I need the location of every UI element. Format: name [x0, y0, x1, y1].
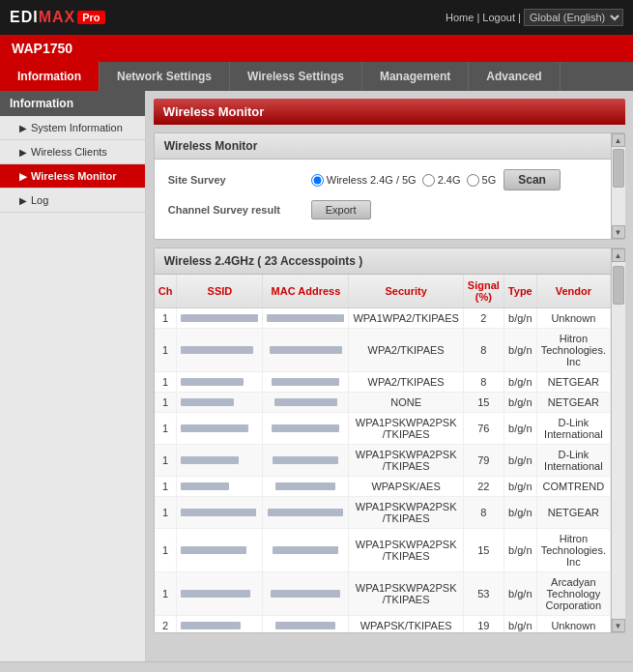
tab-network-settings[interactable]: Network Settings [100, 62, 230, 91]
arrow-icon: ▶ [19, 123, 27, 133]
table-row: 1WPA2/TKIPAES8b/g/nNETGEAR [155, 372, 611, 393]
cell-ssid [177, 308, 263, 329]
col-signal: Signal(%) [463, 275, 504, 308]
sidebar-item-wireless-monitor[interactable]: ▶ Wireless Monitor [0, 164, 145, 189]
cell-type: b/g/n [504, 529, 536, 572]
cell-type: b/g/n [504, 372, 536, 393]
nav-tabs: Information Network Settings Wireless Se… [0, 62, 633, 91]
col-vendor: Vendor [536, 275, 610, 308]
cell-type: b/g/n [504, 329, 536, 372]
section-inner-title: Wireless Monitor [155, 133, 611, 160]
home-link[interactable]: Home [446, 12, 474, 23]
form-controls: Wireless 2.4G / 5G 2.4G 5G Scan [311, 169, 561, 190]
cell-vendor: Hitron Technologies. Inc [536, 329, 610, 372]
cell-signal: 79 [463, 445, 504, 477]
cell-signal: 15 [463, 393, 504, 413]
logo: EDIMAX Pro [10, 9, 105, 26]
cell-vendor: NETGEAR [536, 372, 610, 393]
cell-ssid [177, 529, 263, 572]
cell-ch: 1 [155, 372, 177, 393]
col-type: Type [504, 275, 536, 308]
cell-mac [263, 529, 349, 572]
radio-24g-input[interactable] [422, 174, 435, 187]
table-scrollbar: ▲ ▼ [611, 248, 624, 632]
cell-ssid [177, 477, 263, 497]
cell-ssid [177, 572, 263, 616]
cell-signal: 19 [463, 616, 504, 633]
cell-type: b/g/n [504, 413, 536, 445]
radio-group: Wireless 2.4G / 5G 2.4G 5G [311, 174, 496, 187]
radio-both[interactable]: Wireless 2.4G / 5G [311, 174, 417, 187]
scrollbar-track [612, 147, 625, 225]
scan-button[interactable]: Scan [504, 169, 561, 190]
cell-vendor: Unknown [536, 616, 610, 633]
scrollbar-thumb[interactable] [613, 149, 624, 188]
cell-signal: 8 [463, 372, 504, 393]
cell-type: b/g/n [504, 445, 536, 477]
sidebar-item-log[interactable]: ▶ Log [0, 189, 145, 213]
access-points-table: Ch SSID MAC Address Security Signal(%) T… [155, 275, 611, 632]
tab-advanced[interactable]: Advanced [469, 62, 560, 91]
arrow-icon: ▶ [19, 171, 27, 182]
sidebar-item-system-info[interactable]: ▶ System Information [0, 116, 145, 140]
table-scrollbar-down[interactable]: ▼ [612, 619, 625, 632]
table-row: 1WPA1PSKWPA2PSK /TKIPAES15b/g/nHitron Te… [155, 529, 611, 572]
arrow-icon: ▶ [19, 147, 27, 158]
radio-5g-label: 5G [482, 174, 497, 186]
table-scrollbar-thumb[interactable] [613, 266, 624, 305]
sidebar-header: Information [0, 91, 145, 116]
cell-type: b/g/n [504, 308, 536, 329]
radio-24g[interactable]: 2.4G [422, 174, 461, 187]
cell-mac [263, 616, 349, 633]
tab-information[interactable]: Information [0, 62, 100, 91]
footer: Copyright 2014 © EDIMAX Technology Co., … [0, 661, 633, 672]
sidebar: Information ▶ System Information ▶ Wirel… [0, 91, 146, 661]
site-survey-row: Site Survey Wireless 2.4G / 5G 2.4G [168, 169, 597, 190]
cell-vendor: Unknown [536, 308, 610, 329]
cell-ch: 1 [155, 393, 177, 413]
table-scrollbar-track [612, 262, 625, 619]
table-row: 1WPA1PSKWPA2PSK /TKIPAES76b/g/nD-Link In… [155, 413, 611, 445]
radio-5g-input[interactable] [467, 174, 479, 187]
channel-survey-row: Channel Survey result Export [168, 200, 597, 219]
brand-name: EDIMAX [10, 9, 75, 26]
cell-type: b/g/n [504, 572, 536, 616]
cell-security: WPAPSK/TKIPAES [349, 616, 463, 633]
cell-security: WPA1PSKWPA2PSK /TKIPAES [349, 413, 463, 445]
table-row: 1WPA1PSKWPA2PSK /TKIPAES53b/g/nArcadyan … [155, 572, 611, 616]
radio-5g[interactable]: 5G [467, 174, 497, 187]
logout-link[interactable]: Logout [482, 12, 515, 23]
cell-mac [263, 497, 349, 529]
table-row: 1NONE15b/g/nNETGEAR [155, 393, 611, 413]
cell-signal: 22 [463, 477, 504, 497]
cell-type: b/g/n [504, 497, 536, 529]
cell-ssid [177, 616, 263, 633]
scrollbar-down[interactable]: ▼ [612, 225, 625, 239]
channel-survey-label: Channel Survey result [168, 204, 303, 216]
cell-vendor: D-Link International [536, 413, 610, 445]
sidebar-item-wireless-clients[interactable]: ▶ Wireless Clients [0, 140, 145, 164]
sidebar-label-wireless-clients: Wireless Clients [31, 146, 107, 158]
radio-both-label: Wireless 2.4G / 5G [327, 174, 417, 186]
cell-ch: 1 [155, 445, 177, 477]
table-row: 1WPAPSK/AES22b/g/nCOMTREND [155, 477, 611, 497]
cell-signal: 15 [463, 529, 504, 572]
table-scrollbar-up[interactable]: ▲ [612, 248, 625, 262]
cell-mac [263, 372, 349, 393]
table-row: 1WPA2/TKIPAES8b/g/nHitron Technologies. … [155, 329, 611, 372]
table-row: 1WPA1PSKWPA2PSK /TKIPAES8b/g/nNETGEAR [155, 497, 611, 529]
language-select[interactable]: Global (English) [524, 9, 623, 26]
cell-security: WPA1PSKWPA2PSK /TKIPAES [349, 497, 463, 529]
col-security: Security [349, 275, 463, 308]
scrollbar-up[interactable]: ▲ [612, 133, 625, 147]
radio-both-input[interactable] [311, 174, 324, 187]
export-button[interactable]: Export [311, 200, 371, 219]
tab-management[interactable]: Management [362, 62, 469, 91]
table-box: Wireless 2.4GHz ( 23 Accesspoints ) Ch S… [154, 248, 625, 633]
cell-security: WPA1WPA2/TKIPAES [349, 308, 463, 329]
section-scrollbar: ▲ ▼ [611, 133, 624, 239]
wap-bar: WAP1750 [0, 35, 633, 62]
page-title: Wireless Monitor [154, 99, 625, 125]
tab-wireless-settings[interactable]: Wireless Settings [230, 62, 362, 91]
cell-ssid [177, 445, 263, 477]
